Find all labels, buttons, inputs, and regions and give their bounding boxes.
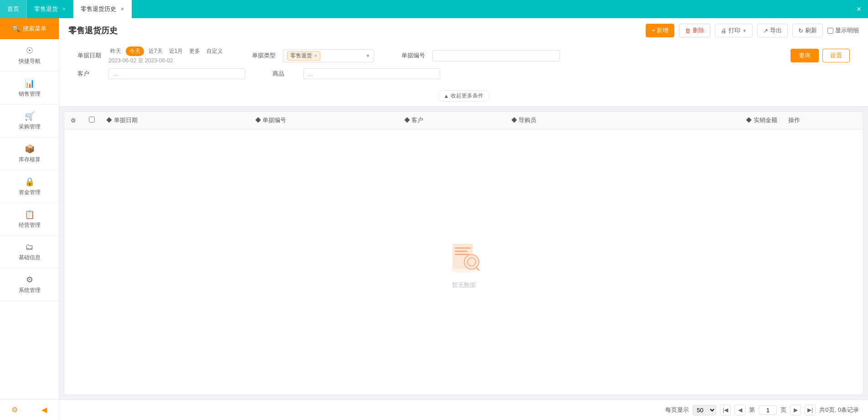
delete-button[interactable]: 🗑 删除 xyxy=(679,24,710,37)
table-empty-state: 暂无数据 xyxy=(64,129,863,394)
page-number-input[interactable] xyxy=(759,405,777,415)
tab-list: 首页 零售退货 × 零售退货历史 × xyxy=(0,0,850,18)
total-info: 共0页, 0条记录 xyxy=(819,406,859,414)
page-title-row: 零售退货历史 + 新增 🗑 删除 🖨 打印 ▼ ↗ 导出 xyxy=(68,24,859,37)
table-header-action: 操作 xyxy=(783,112,863,129)
tab-retail-return-history-label: 零售退货历史 xyxy=(81,5,116,13)
query-button[interactable]: 查询 xyxy=(791,49,819,62)
export-button[interactable]: ↗ 导出 xyxy=(757,24,788,37)
shortcut-1month[interactable]: 近1月 xyxy=(167,46,185,56)
sidebar-item-sales-mgmt[interactable]: 📊 销售管理 xyxy=(0,72,59,105)
prev-page-button[interactable]: ◀ xyxy=(734,405,745,415)
select-all-checkbox[interactable] xyxy=(89,117,95,123)
table-header-customer[interactable]: ◆ 客户 xyxy=(399,112,506,129)
table-settings-icon[interactable]: ⚙ xyxy=(71,117,76,124)
filter-voucher-type: 单据类型 零售退货 × ▼ xyxy=(252,49,374,62)
display-detail-label: 显示明细 xyxy=(835,26,859,35)
shortcut-7days[interactable]: 近7天 xyxy=(147,46,164,56)
filter-goods: 商品 ... xyxy=(272,68,440,79)
table-header-guide[interactable]: ◆ 导购员 xyxy=(506,112,634,129)
sidebar-item-system-mgmt[interactable]: ⚙ 系统管理 xyxy=(0,268,59,301)
sidebar-item-operation[interactable]: 📋 经营管理 xyxy=(0,203,59,236)
operation-icon: 📋 xyxy=(25,210,35,220)
voucher-no-input[interactable] xyxy=(432,50,560,61)
sidebar-bottom: ⚙ ◀ xyxy=(0,399,59,420)
col-customer-label: ◆ 客户 xyxy=(404,117,424,123)
sidebar-item-basic-info[interactable]: 🗂 基础信息 xyxy=(0,236,59,268)
filter-voucher-type-label: 单据类型 xyxy=(252,51,279,60)
tab-home-label: 首页 xyxy=(7,5,19,13)
filter-actions: 查询 设置 xyxy=(791,49,850,62)
display-detail-checkbox[interactable]: 显示明细 xyxy=(827,26,859,35)
delete-label: 删除 xyxy=(693,26,704,35)
filter-voucher-no: 单据编号 xyxy=(401,50,560,61)
system-mgmt-icon: ⚙ xyxy=(26,275,33,285)
first-page-button[interactable]: |◀ xyxy=(720,405,731,415)
shortcut-custom[interactable]: 自定义 xyxy=(205,46,225,56)
export-label: 导出 xyxy=(770,26,782,35)
shortcut-more[interactable]: 更多 xyxy=(187,46,202,56)
customer-input-container[interactable]: ... xyxy=(108,68,245,79)
tab-retail-return-history-close[interactable]: × xyxy=(121,6,124,12)
sidebar-search[interactable]: 🔍 搜索菜单 xyxy=(0,18,59,39)
page-label-suffix: 页 xyxy=(781,406,786,414)
sidebar-item-system-mgmt-label: 系统管理 xyxy=(19,287,41,294)
tab-home[interactable]: 首页 xyxy=(0,0,27,18)
sidebar-item-basic-info-label: 基础信息 xyxy=(19,254,41,261)
sidebar-item-finance[interactable]: 🔒 资金管理 xyxy=(0,170,59,203)
next-page-button[interactable]: ▶ xyxy=(790,405,801,415)
sidebar: 🔍 搜索菜单 ☉ 快捷导航 📊 销售管理 🛒 采购管理 📦 库存核算 🔒 资金管… xyxy=(0,18,59,420)
new-button[interactable]: + 新增 xyxy=(646,24,674,37)
sidebar-collapse-button[interactable]: ◀ xyxy=(30,400,59,420)
shortcut-yesterday[interactable]: 昨天 xyxy=(108,46,123,56)
sidebar-item-quick-nav[interactable]: ☉ 快捷导航 xyxy=(0,39,59,72)
print-icon: 🖨 xyxy=(721,27,727,34)
tab-retail-return-label: 零售退货 xyxy=(34,5,58,13)
window-close-button[interactable]: × xyxy=(850,0,868,18)
shortcut-today[interactable]: 今天 xyxy=(126,46,144,56)
table-header-no[interactable]: ◆ 单据编号 xyxy=(250,112,399,129)
table-header-amount[interactable]: ◆ 实销金额 xyxy=(634,112,783,129)
empty-illustration xyxy=(443,235,484,276)
print-button[interactable]: 🖨 打印 ▼ xyxy=(715,24,753,37)
table-header-date[interactable]: ◆ 单据日期 xyxy=(101,112,250,129)
tab-retail-return[interactable]: 零售退货 × xyxy=(27,0,73,18)
voucher-type-remove[interactable]: × xyxy=(314,53,317,58)
filter-date-label: 单据日期 xyxy=(77,51,105,60)
filter-date-group: 昨天 今天 近7天 近1月 更多 自定义 2023-06-02 至 2023-0… xyxy=(108,46,225,65)
data-table: ⚙ ◆ 单据日期 ◆ 单据编号 xyxy=(64,112,863,129)
quick-nav-icon: ☉ xyxy=(26,46,33,56)
table-header-checkbox[interactable] xyxy=(82,112,101,129)
filter-row-1: 单据日期 昨天 今天 近7天 近1月 更多 自定义 2023-06-02 至 2… xyxy=(77,46,850,65)
last-page-button[interactable]: ▶| xyxy=(805,405,816,415)
refresh-button[interactable]: ↻ 刷新 xyxy=(792,24,823,37)
top-bar: 首页 零售退货 × 零售退货历史 × × xyxy=(0,0,868,18)
collapse-button[interactable]: ▲ 收起更多条件 xyxy=(438,90,490,102)
sidebar-settings-button[interactable]: ⚙ xyxy=(0,400,30,420)
empty-text: 暂无数据 xyxy=(452,281,476,289)
voucher-type-container[interactable]: 零售退货 × ▼ xyxy=(283,49,374,62)
display-detail-input[interactable] xyxy=(827,28,833,34)
toolbar: + 新增 🗑 删除 🖨 打印 ▼ ↗ 导出 ↻ xyxy=(646,24,859,37)
filter-row-2: 客户 ... 商品 ... xyxy=(77,68,850,79)
page-size-select[interactable]: 50 100 200 xyxy=(693,405,716,415)
table-container: ⚙ ◆ 单据日期 ◆ 单据编号 xyxy=(64,111,863,395)
sidebar-search-label: 搜索菜单 xyxy=(23,25,46,33)
tab-retail-return-close[interactable]: × xyxy=(62,6,66,12)
page-label-prefix: 第 xyxy=(749,406,755,414)
col-action-label: 操作 xyxy=(788,117,800,123)
filter-setting-button[interactable]: 设置 xyxy=(822,49,850,62)
filter-goods-label: 商品 xyxy=(272,70,300,78)
goods-input-container[interactable]: ... xyxy=(303,68,440,79)
goods-placeholder: ... xyxy=(308,70,313,77)
tab-retail-return-history[interactable]: 零售退货历史 × xyxy=(73,0,132,18)
sidebar-item-purchase-mgmt[interactable]: 🛒 采购管理 xyxy=(0,105,59,138)
date-range-display: 2023-06-02 至 2023-06-02 xyxy=(108,57,225,65)
sidebar-item-inventory[interactable]: 📦 库存核算 xyxy=(0,138,59,170)
page-title: 零售退货历史 xyxy=(68,25,118,36)
print-label: 打印 xyxy=(729,26,740,35)
table-header-settings[interactable]: ⚙ xyxy=(64,112,82,129)
collapse-icon: ▲ xyxy=(444,93,449,99)
delete-icon: 🗑 xyxy=(685,27,691,34)
purchase-mgmt-icon: 🛒 xyxy=(25,111,35,121)
